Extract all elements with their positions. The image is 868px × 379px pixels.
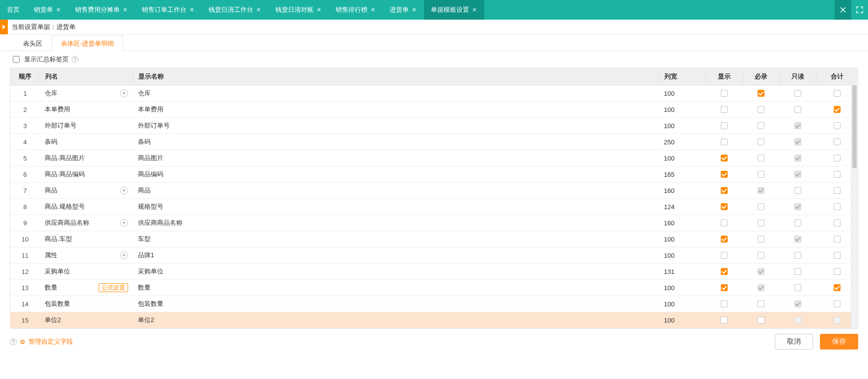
table-row[interactable]: 12采购单位采购单位131 [10,264,858,280]
checkbox[interactable] [834,106,841,113]
table-row[interactable]: 15单位2单位2100 [10,312,858,328]
table-row[interactable]: 6商品.商品编码商品编码165 [10,166,858,183]
table-row[interactable]: 11属性+品牌1100 [10,247,858,264]
checkbox[interactable] [758,219,764,226]
checkbox[interactable] [721,236,728,243]
table-row[interactable]: 8商品.规格型号规格型号124 [10,199,858,215]
cell-width[interactable]: 160 [659,215,706,231]
cell-display-name[interactable]: 数量 [133,280,659,296]
cell-display-name[interactable]: 商品 [133,183,659,199]
checkbox[interactable] [758,203,764,210]
checkbox[interactable] [758,317,764,324]
tab-close-icon[interactable]: ✕ [256,6,261,13]
table-row[interactable]: 1仓库+仓库100 [10,85,858,102]
checkbox[interactable] [721,203,728,210]
checkbox[interactable] [721,268,728,275]
cell-width[interactable]: 160 [659,183,706,199]
cell-display-name[interactable]: 本单费用 [133,102,659,118]
cell-display-name[interactable]: 仓库 [133,85,659,102]
checkbox[interactable] [794,268,801,275]
checkbox[interactable] [834,284,841,291]
checkbox[interactable] [721,317,728,324]
checkbox[interactable] [721,106,728,113]
cell-width[interactable]: 100 [659,118,706,134]
tab-close-icon[interactable]: ✕ [56,6,61,13]
table-row[interactable]: 5商品.商品图片商品图片100 [10,150,858,166]
top-tab[interactable]: 销售排行榜✕ [329,0,383,20]
sub-tab[interactable]: 表头区 [14,35,52,51]
cell-display-name[interactable]: 规格型号 [133,199,659,215]
cell-display-name[interactable]: 包装数量 [133,296,659,312]
cell-display-name[interactable]: 商品图片 [133,150,659,166]
cancel-button[interactable]: 取消 [775,334,813,350]
checkbox[interactable] [758,106,764,113]
cell-width[interactable]: 100 [659,296,706,312]
checkbox[interactable] [834,236,841,243]
cell-width[interactable]: 131 [659,264,706,280]
checkbox[interactable] [758,236,764,243]
table-row[interactable]: 2本单费用本单费用100 [10,102,858,118]
cell-width[interactable]: 124 [659,199,706,215]
checkbox[interactable] [721,122,728,129]
checkbox[interactable] [758,122,764,129]
cell-width[interactable]: 100 [659,247,706,264]
custom-fields-link[interactable]: 管理自定义字段 [28,337,73,346]
table-row[interactable]: 3外部订单号外部订单号100 [10,118,858,134]
checkbox[interactable] [834,219,841,226]
checkbox[interactable] [758,300,764,307]
checkbox[interactable] [834,268,841,275]
top-tab[interactable]: 销售订单工作台✕ [135,0,202,20]
checkbox[interactable] [721,300,728,307]
tab-close-icon[interactable]: ✕ [316,6,321,13]
help-icon[interactable]: ? [72,56,79,63]
cell-width[interactable]: 100 [659,85,706,102]
checkbox[interactable] [721,284,728,291]
top-tab[interactable]: 首页 [0,0,27,20]
cell-display-name[interactable]: 商品编码 [133,166,659,183]
fullscreen-button[interactable] [851,0,868,20]
table-row[interactable]: 4条码条码250 [10,134,858,150]
add-icon[interactable]: + [120,219,128,227]
checkbox[interactable] [834,300,841,307]
checkbox[interactable] [794,252,801,259]
checkbox[interactable] [794,90,801,97]
cell-display-name[interactable]: 采购单位 [133,264,659,280]
checkbox[interactable] [834,171,841,178]
checkbox[interactable] [721,219,728,226]
checkbox[interactable] [834,138,841,145]
tab-close-icon[interactable]: ✕ [412,6,417,13]
sub-tab[interactable]: 表体区-进货单明细 [52,35,123,51]
add-icon[interactable]: + [120,89,128,97]
checkbox[interactable] [794,219,801,226]
checkbox[interactable] [758,171,764,178]
footer-help-icon[interactable]: ? [10,338,17,345]
checkbox[interactable] [794,284,801,291]
cell-width[interactable]: 100 [659,150,706,166]
tab-close-icon[interactable]: ✕ [189,6,194,13]
cell-width[interactable]: 100 [659,102,706,118]
top-tab[interactable]: 单据模板设置✕ [424,0,484,20]
top-tab[interactable]: 销货单✕ [27,0,68,20]
sidebar-toggle[interactable] [0,20,8,34]
cell-display-name[interactable]: 供应商商品名称 [133,215,659,231]
checkbox[interactable] [721,252,728,259]
close-all-button[interactable] [835,0,851,20]
table-row[interactable]: 9供应商商品名称+供应商商品名称160 [10,215,858,231]
checkbox[interactable] [721,90,728,97]
checkbox[interactable] [834,203,841,210]
add-icon[interactable]: + [120,187,128,194]
cell-width[interactable]: 250 [659,134,706,150]
formula-button[interactable]: 公式设置 [99,283,128,292]
table-row[interactable]: 10商品.车型车型100 [10,231,858,247]
vertical-scrollbar[interactable] [851,83,858,328]
checkbox[interactable] [721,187,728,194]
checkbox[interactable] [834,90,841,97]
scrollbar-thumb[interactable] [852,85,857,168]
checkbox[interactable] [721,155,728,162]
cell-width[interactable]: 165 [659,166,706,183]
cell-display-name[interactable]: 条码 [133,134,659,150]
cell-display-name[interactable]: 车型 [133,231,659,247]
checkbox[interactable] [834,122,841,129]
checkbox[interactable] [794,187,801,194]
tab-close-icon[interactable]: ✕ [123,6,128,13]
